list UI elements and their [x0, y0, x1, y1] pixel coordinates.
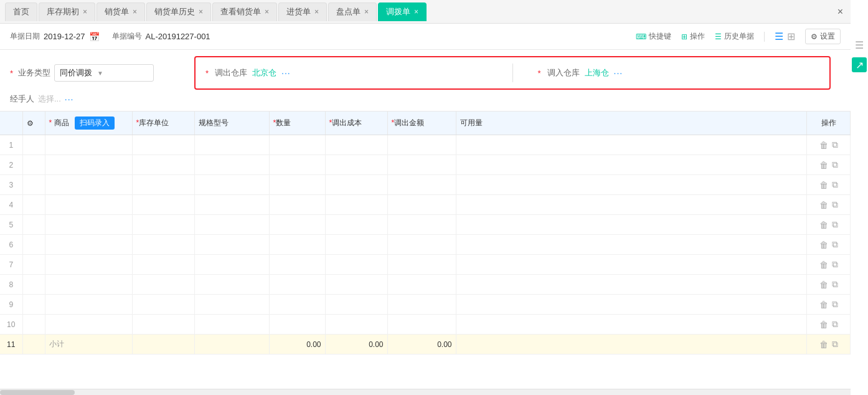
row-product-1[interactable]: [45, 135, 132, 155]
history-button[interactable]: ☰ 历史单据: [715, 31, 754, 42]
row-unit-3[interactable]: [132, 175, 194, 195]
row-spec-8[interactable]: [194, 275, 269, 295]
row-unit-5[interactable]: [132, 215, 194, 235]
copy-icon-8[interactable]: ⧉: [832, 279, 838, 290]
row-qty-5[interactable]: [269, 215, 325, 235]
copy-icon-3[interactable]: ⧉: [832, 179, 838, 190]
row-spec-3[interactable]: [194, 175, 269, 195]
tab-sales-order[interactable]: 销货单 ×: [97, 2, 145, 21]
row-cost-6[interactable]: [325, 235, 387, 255]
tab-stocktake[interactable]: 盘点单 ×: [328, 2, 377, 21]
row-unit-8[interactable]: [132, 275, 194, 295]
row-cost-7[interactable]: [325, 255, 387, 275]
delete-icon-3[interactable]: 🗑: [819, 180, 828, 190]
row-amount-7[interactable]: [387, 255, 456, 275]
tab-transfer-close[interactable]: ×: [414, 7, 418, 16]
row-product-10[interactable]: [45, 315, 132, 335]
delete-icon-6[interactable]: 🗑: [819, 240, 828, 250]
row-unit-7[interactable]: [132, 255, 194, 275]
settings-button[interactable]: ⚙ 设置: [805, 29, 841, 44]
row-product-2[interactable]: [45, 155, 132, 175]
row-amount-1[interactable]: [387, 135, 456, 155]
tab-view-sales-close[interactable]: ×: [265, 7, 269, 16]
row-qty-9[interactable]: [269, 295, 325, 315]
row-qty-10[interactable]: [269, 315, 325, 335]
row-amount-10[interactable]: [387, 315, 456, 335]
out-warehouse-dots[interactable]: ···: [281, 68, 291, 78]
tab-stocktake-close[interactable]: ×: [364, 7, 369, 16]
copy-icon-2[interactable]: ⧉: [832, 159, 838, 170]
copy-icon-11[interactable]: ⧉: [832, 339, 838, 350]
side-list-icon[interactable]: ☰: [852, 37, 867, 52]
layout-icon-grid[interactable]: ⊞: [787, 31, 795, 42]
shortcut-button[interactable]: ⌨ 快捷键: [636, 31, 671, 42]
row-product-8[interactable]: [45, 275, 132, 295]
col-gear-header[interactable]: ⚙: [22, 112, 45, 135]
row-cost-3[interactable]: [325, 175, 387, 195]
row-product-7[interactable]: [45, 255, 132, 275]
row-unit-9[interactable]: [132, 295, 194, 315]
row-amount-9[interactable]: [387, 295, 456, 315]
row-product-3[interactable]: [45, 175, 132, 195]
close-all-tabs-button[interactable]: ×: [835, 4, 846, 20]
delete-icon-5[interactable]: 🗑: [819, 220, 828, 230]
row-spec-4[interactable]: [194, 195, 269, 215]
row-qty-1[interactable]: [269, 135, 325, 155]
copy-icon-1[interactable]: ⧉: [832, 140, 838, 150]
row-unit-10[interactable]: [132, 315, 194, 335]
row-cost-1[interactable]: [325, 135, 387, 155]
business-type-select[interactable]: 同价调拨 ▼: [54, 64, 154, 82]
row-qty-4[interactable]: [269, 195, 325, 215]
delete-icon-1[interactable]: 🗑: [819, 140, 828, 150]
row-cost-4[interactable]: [325, 195, 387, 215]
row-cost-8[interactable]: [325, 275, 387, 295]
delete-icon-11[interactable]: 🗑: [819, 340, 828, 350]
copy-icon-9[interactable]: ⧉: [832, 299, 838, 310]
row-qty-8[interactable]: [269, 275, 325, 295]
row-amount-8[interactable]: [387, 275, 456, 295]
delete-icon-7[interactable]: 🗑: [819, 260, 828, 270]
delete-icon-9[interactable]: 🗑: [819, 300, 828, 310]
calendar-icon[interactable]: 📅: [89, 32, 100, 42]
row-cost-2[interactable]: [325, 155, 387, 175]
scroll-thumb[interactable]: [0, 390, 75, 395]
row-amount-5[interactable]: [387, 215, 456, 235]
tab-inventory-init[interactable]: 库存期初 ×: [39, 2, 95, 21]
tab-sales-history-close[interactable]: ×: [199, 7, 203, 16]
row-amount-2[interactable]: [387, 155, 456, 175]
row-cost-5[interactable]: [325, 215, 387, 235]
row-unit-6[interactable]: [132, 235, 194, 255]
row-spec-5[interactable]: [194, 215, 269, 235]
row-cost-10[interactable]: [325, 315, 387, 335]
tab-purchase[interactable]: 进货单 ×: [278, 2, 327, 21]
tab-home[interactable]: 首页: [5, 2, 37, 21]
row-product-6[interactable]: [45, 235, 132, 255]
delete-icon-8[interactable]: 🗑: [819, 280, 828, 290]
copy-icon-7[interactable]: ⧉: [832, 259, 838, 270]
layout-icon-list[interactable]: ☰: [775, 31, 783, 42]
tab-sales-history[interactable]: 销货单历史 ×: [146, 2, 211, 21]
row-unit-1[interactable]: [132, 135, 194, 155]
row-amount-6[interactable]: [387, 235, 456, 255]
delete-icon-2[interactable]: 🗑: [819, 160, 828, 170]
copy-icon-5[interactable]: ⧉: [832, 219, 838, 230]
operation-button[interactable]: ⊞ 操作: [681, 31, 705, 42]
horizontal-scrollbar[interactable]: [0, 389, 851, 395]
row-qty-3[interactable]: [269, 175, 325, 195]
row-amount-4[interactable]: [387, 195, 456, 215]
settings-gear-icon[interactable]: ⚙: [27, 119, 34, 128]
copy-icon-10[interactable]: ⧉: [832, 319, 838, 330]
copy-icon-6[interactable]: ⧉: [832, 239, 838, 250]
row-cost-9[interactable]: [325, 295, 387, 315]
in-warehouse-dots[interactable]: ···: [614, 68, 623, 78]
row-spec-6[interactable]: [194, 235, 269, 255]
delete-icon-10[interactable]: 🗑: [819, 320, 828, 330]
row-spec-10[interactable]: [194, 315, 269, 335]
tab-transfer[interactable]: 调拨单 ×: [378, 2, 427, 21]
tab-purchase-close[interactable]: ×: [314, 7, 319, 16]
tab-sales-order-close[interactable]: ×: [133, 7, 137, 16]
row-qty-2[interactable]: [269, 155, 325, 175]
row-qty-6[interactable]: [269, 235, 325, 255]
tab-inventory-init-close[interactable]: ×: [83, 7, 87, 16]
side-expand-icon[interactable]: ↗: [852, 57, 867, 72]
